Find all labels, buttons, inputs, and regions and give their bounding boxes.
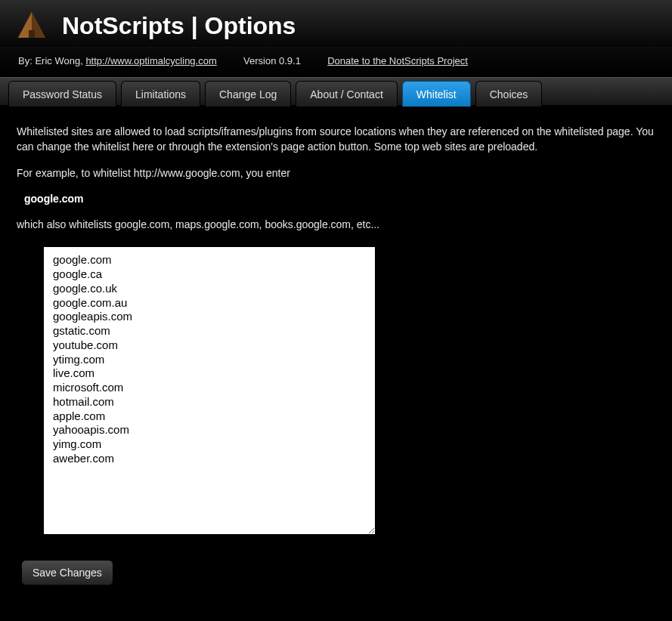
author-name: Eric Wong — [35, 55, 80, 66]
version-label: Version 0.9.1 — [243, 55, 301, 66]
whitelist-container — [44, 247, 655, 538]
pyramid-icon — [15, 9, 48, 42]
author-url-link[interactable]: http://www.optimalcycling.com — [85, 55, 216, 66]
page-title: NotScripts | Options — [62, 12, 296, 40]
tab-whitelist[interactable]: Whitelist — [402, 81, 471, 107]
tab-change-log[interactable]: Change Log — [205, 81, 291, 107]
button-row: Save Changes — [21, 560, 655, 585]
header-bar: NotScripts | Options — [0, 0, 672, 48]
whitelist-textarea[interactable] — [44, 247, 375, 534]
donate-link[interactable]: Donate to the NotScripts Project — [327, 55, 468, 66]
subheader: By: Eric Wong, http://www.optimalcycling… — [0, 48, 672, 77]
example-domain: google.com — [24, 191, 655, 206]
author-by: By: — [18, 55, 35, 66]
content-area: Whitelisted sites are allowed to load sc… — [0, 106, 672, 596]
save-button[interactable]: Save Changes — [21, 560, 113, 585]
svg-rect-3 — [29, 30, 35, 38]
tab-password-status[interactable]: Password Status — [8, 81, 116, 107]
tab-limitations[interactable]: Limitations — [121, 81, 200, 107]
description-para-2: For example, to whitelist http://www.goo… — [17, 165, 655, 181]
tab-bar: Password StatusLimitationsChange LogAbou… — [0, 77, 672, 106]
description-para-3: which also whitelists google.com, maps.g… — [17, 217, 655, 232]
tab-choices[interactable]: Choices — [475, 81, 543, 107]
description-para-1: Whitelisted sites are allowed to load sc… — [17, 124, 655, 155]
tab-about-contact[interactable]: About / Contact — [296, 81, 398, 107]
